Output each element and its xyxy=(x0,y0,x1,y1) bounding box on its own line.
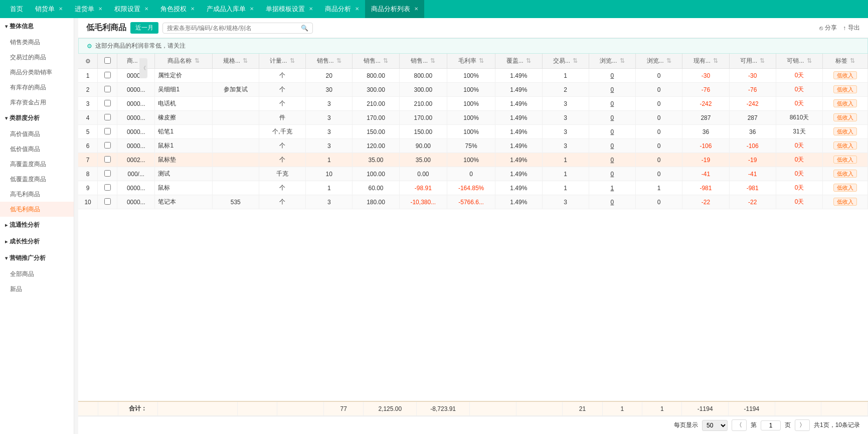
cell-name: 属性定价 xyxy=(155,69,212,83)
sidebar-group-cluster[interactable]: ▾ 类群度分析 xyxy=(0,110,74,126)
nav-permissions-close[interactable]: ✕ xyxy=(144,0,148,18)
cell-checkbox[interactable] xyxy=(98,195,117,209)
nav-product-analysis-list[interactable]: 商品分析列表✕ xyxy=(365,0,424,18)
nav-sales-close[interactable]: ✕ xyxy=(59,0,63,18)
search-input[interactable] xyxy=(167,25,299,32)
nav-product-analysis-list-close[interactable]: ✕ xyxy=(414,0,418,18)
sidebar-item-high-margin[interactable]: 高毛利商品 xyxy=(0,187,74,202)
row-checkbox[interactable] xyxy=(104,198,111,205)
row-checkbox[interactable] xyxy=(104,170,111,177)
sidebar-item-traded-goods[interactable]: 交易过的商品 xyxy=(0,50,74,65)
select-all-checkbox[interactable] xyxy=(104,57,111,64)
sidebar-group-circulation[interactable]: ▸ 流通性分析 xyxy=(0,217,74,233)
nav-purchase-close[interactable]: ✕ xyxy=(98,0,102,18)
cell-checkbox[interactable] xyxy=(98,125,117,139)
sidebar-item-in-stock[interactable]: 有库存的商品 xyxy=(0,80,74,95)
cell-checkbox[interactable] xyxy=(98,83,117,97)
cell-view1[interactable]: 1 xyxy=(589,181,635,195)
row-checkbox[interactable] xyxy=(104,142,111,149)
col-checkbox[interactable] xyxy=(98,54,117,69)
cell-view1[interactable]: 0 xyxy=(589,83,635,97)
cell-view1[interactable]: 0 xyxy=(589,69,635,83)
col-name[interactable]: 商品名称 ⇅ xyxy=(155,54,212,69)
settings-icon[interactable]: ⚙ xyxy=(85,58,91,65)
cell-view1[interactable]: 0 xyxy=(589,125,635,139)
cell-view1[interactable]: 0 xyxy=(589,139,635,153)
col-tag[interactable]: 标签 ⇅ xyxy=(823,54,868,69)
nav-template[interactable]: 单据模板设置✕ xyxy=(260,0,319,18)
sidebar-item-low-coverage[interactable]: 低覆盖度商品 xyxy=(0,172,74,187)
col-spec[interactable]: 规格... ⇅ xyxy=(212,54,259,69)
row-checkbox[interactable] xyxy=(104,156,111,163)
nav-home[interactable]: 首页 xyxy=(4,0,29,18)
col-sale-qty[interactable]: 销售... ⇅ xyxy=(306,54,353,69)
table-row: 9 0000... 鼠标 个 1 60.00 -98.91 -164.85% 1… xyxy=(78,181,868,195)
table-body: 1 0000... 属性定价 个 20 800.00 800.00 100% 1… xyxy=(78,69,868,209)
sidebar-item-high-value[interactable]: 高价值商品 xyxy=(0,126,74,141)
sidebar-group-growth[interactable]: ▸ 成长性分析 xyxy=(0,233,74,250)
nav-product-analysis[interactable]: 商品分析✕ xyxy=(319,0,365,18)
col-trade[interactable]: 交易... ⇅ xyxy=(542,54,589,69)
prev-page-button[interactable]: 〈 xyxy=(732,419,747,431)
sidebar-item-low-value[interactable]: 低价值商品 xyxy=(0,141,74,157)
cell-view1[interactable]: 0 xyxy=(589,111,635,125)
sidebar-item-high-coverage[interactable]: 高覆盖度商品 xyxy=(0,157,74,172)
sidebar-item-all-goods[interactable]: 全部商品 xyxy=(0,266,74,281)
col-current[interactable]: 现有... ⇅ xyxy=(682,54,729,69)
cell-checkbox[interactable] xyxy=(98,97,117,111)
cell-gross-margin: 100% xyxy=(447,153,495,167)
col-view1[interactable]: 浏览... ⇅ xyxy=(589,54,635,69)
cell-checkbox[interactable] xyxy=(98,139,117,153)
sidebar-group-marketing[interactable]: ▾ 营销推广分析 xyxy=(0,250,74,266)
next-page-button[interactable]: 〉 xyxy=(795,419,810,431)
row-checkbox[interactable] xyxy=(104,114,111,120)
nav-template-close[interactable]: ✕ xyxy=(309,0,313,18)
col-unit[interactable]: 计量... ⇅ xyxy=(259,54,305,69)
col-view2[interactable]: 浏览... ⇅ xyxy=(636,54,682,69)
nav-product-entry-close[interactable]: ✕ xyxy=(250,0,254,18)
filter-button[interactable]: 近一月 xyxy=(130,22,158,34)
nav-product-analysis-close[interactable]: ✕ xyxy=(355,0,359,18)
cell-view1[interactable]: 0 xyxy=(589,195,635,209)
page-number-input[interactable] xyxy=(761,420,781,430)
cell-checkbox[interactable] xyxy=(98,69,117,83)
nav-role-close[interactable]: ✕ xyxy=(191,0,195,18)
nav-role[interactable]: 角色授权✕ xyxy=(154,0,201,18)
row-checkbox[interactable] xyxy=(104,100,111,106)
export-button[interactable]: ↑ 导出 xyxy=(843,24,860,32)
row-checkbox[interactable] xyxy=(104,72,111,78)
share-button[interactable]: ⎋ 分享 xyxy=(819,24,837,32)
nav-sales[interactable]: 销货单✕ xyxy=(29,0,69,18)
cell-view1[interactable]: 0 xyxy=(589,167,635,181)
col-settings[interactable]: ⚙ xyxy=(78,54,98,69)
sidebar-item-category-rate[interactable]: 商品分类助销率 xyxy=(0,65,74,80)
sidebar-item-inventory-fund[interactable]: 库存资金占用 xyxy=(0,95,74,110)
sidebar-item-new-goods[interactable]: 新品 xyxy=(0,281,74,297)
sidebar-group-overall[interactable]: ▾ 整体信息 xyxy=(0,18,74,35)
per-page-select[interactable]: 50 100 200 xyxy=(702,420,728,431)
col-sale-price[interactable]: 销售... ⇅ xyxy=(353,54,399,69)
row-checkbox[interactable] xyxy=(104,184,111,191)
sidebar-collapse-button[interactable]: 《 xyxy=(139,58,147,78)
cell-view1[interactable]: 0 xyxy=(589,97,635,111)
sidebar-item-low-margin[interactable]: 低毛利商品 xyxy=(0,202,74,217)
cell-checkbox[interactable] xyxy=(98,111,117,125)
row-checkbox[interactable] xyxy=(104,128,111,134)
col-available[interactable]: 可用... ⇅ xyxy=(729,54,776,69)
nav-product-entry[interactable]: 产成品入库单✕ xyxy=(201,0,260,18)
col-coverage[interactable]: 覆盖... ⇅ xyxy=(495,54,542,69)
nav-permissions[interactable]: 权限设置✕ xyxy=(108,0,154,18)
nav-purchase[interactable]: 进货单✕ xyxy=(69,0,108,18)
col-code[interactable]: 商... ⇅ xyxy=(117,54,155,69)
search-icon[interactable]: 🔍 xyxy=(301,25,308,32)
col-sale-amount[interactable]: 销售... ⇅ xyxy=(399,54,447,69)
col-gross-margin[interactable]: 毛利率 ⇅ xyxy=(447,54,495,69)
row-checkbox[interactable] xyxy=(104,86,111,92)
cell-checkbox[interactable] xyxy=(98,181,117,195)
cell-view1[interactable]: 0 xyxy=(589,153,635,167)
cell-checkbox[interactable] xyxy=(98,167,117,181)
col-salable[interactable]: 可销... ⇅ xyxy=(776,54,822,69)
cell-checkbox[interactable] xyxy=(98,153,117,167)
cell-salable: 0天 xyxy=(776,97,822,111)
sidebar-item-sales-goods[interactable]: 销售类商品 xyxy=(0,35,74,50)
